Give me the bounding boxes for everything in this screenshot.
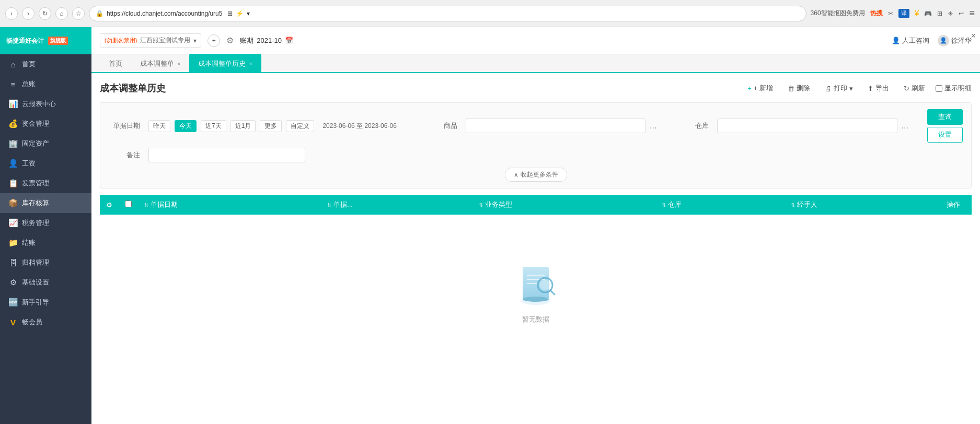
sidebar: 畅捷通好会计 旗舰版 ⌂ 首页 ≡ 总账 📊 云报表中心 💰 资金管理 🏢 固定… [0,27,91,424]
translate-icon[interactable]: 译 [898,9,909,18]
logo-text: 畅捷通好会计 [6,37,44,45]
tab-cost-adjust-history-close[interactable]: × [249,61,252,67]
th-ops: 操作 [940,195,972,215]
collapse-arrow-icon: ∧ [514,171,518,179]
archive-icon: 🗄 [8,258,18,267]
sidebar-item-tax[interactable]: 📈 税务管理 [0,213,91,233]
browser-chrome: ‹ › ↻ ⌂ ☆ 🔒 https://cloud.chanjet.com/ac… [0,0,980,27]
menu-icon[interactable]: ≡ [969,8,975,19]
export-button[interactable]: ⬆ 导出 [863,81,893,95]
add-tab-button[interactable]: + [207,34,220,47]
remark-input[interactable] [148,148,305,162]
th-gear[interactable]: ⚙ [100,195,119,215]
sidebar-item-settings[interactable]: ⚙ 基础设置 [0,273,91,292]
company-selector[interactable]: (勿删勿禁用) 江西服宝测试专用 ▾ [100,33,201,48]
tab-cost-adjust-history-label: 成本调整单历史 [198,59,246,68]
goods-input-group: ... [466,119,659,133]
tab-home[interactable]: 首页 [100,54,131,73]
sidebar-item-archive[interactable]: 🗄 归档管理 [0,253,91,273]
refresh-button[interactable]: ↻ 刷新 [900,81,929,95]
query-button[interactable]: 查询 [927,109,963,125]
sort-icon-number: ⇅ [327,202,331,208]
coin-icon[interactable]: ¥ [915,9,919,18]
sidebar-item-inventory[interactable]: 📦 库存核算 [0,193,91,213]
date-btn-more[interactable]: 更多 [260,120,282,132]
tab-cost-adjust-close[interactable]: × [177,61,180,67]
settings-button[interactable]: 设置 [927,127,963,143]
sidebar-label-closing: 结账 [22,238,36,248]
sidebar-item-reports[interactable]: 📊 云报表中心 [0,94,91,114]
delete-label: 删除 [797,84,810,93]
goods-input[interactable] [466,119,645,133]
home-icon: ⌂ [8,60,18,69]
new-button[interactable]: + + 新增 [743,81,777,95]
th-date-label: 单据日期 [151,200,178,209]
company-warning: (勿删勿禁用) [105,37,137,44]
date-btn-1month[interactable]: 近1月 [230,120,256,132]
sidebar-item-guide[interactable]: 🆕 新手引导 [0,292,91,312]
home-button[interactable]: ⌂ [55,7,68,20]
sidebar-item-ledger[interactable]: ≡ 总账 [0,74,91,94]
print-label: 打印 [834,84,847,93]
chevron-down-icon[interactable]: ▾ [247,10,250,17]
calendar-icon[interactable]: 📅 [285,37,293,44]
vip-icon: V [8,318,18,327]
empty-text: 暂无数据 [522,315,549,324]
consult-btn[interactable]: 👤 人工咨询 [892,36,929,45]
goods-more-icon[interactable]: ... [648,121,659,131]
date-btn-today[interactable]: 今天 [175,120,197,132]
hot-label: 热搜 [870,9,883,18]
sidebar-item-finance[interactable]: 💰 资金管理 [0,114,91,134]
tab-cost-adjust[interactable]: 成本调整单 × [131,54,189,73]
collapse-button[interactable]: ∧ 收起更多条件 [505,168,567,182]
sidebar-item-payroll[interactable]: 👤 工资 [0,154,91,173]
game-icon[interactable]: 🎮 [924,10,932,17]
sidebar-item-vip[interactable]: V 畅会员 [0,312,91,332]
tab-cost-adjust-history[interactable]: 成本调整单历史 × [189,54,261,73]
svg-point-8 [540,280,550,290]
delete-button[interactable]: 🗑 删除 [783,81,814,95]
close-right-button[interactable]: × [967,27,980,45]
th-operator-label: 经手人 [797,200,817,209]
print-button[interactable]: 🖨 打印 ▾ [821,81,857,95]
gear-icon-topbar[interactable]: ⚙ [226,36,234,45]
forward-button[interactable]: › [22,7,34,20]
select-all-checkbox[interactable] [125,201,132,207]
search-label[interactable]: 360智能抠图免费用 [811,9,865,18]
lock-icon: 🔒 [96,10,103,17]
date-btn-7days[interactable]: 近7天 [201,120,226,132]
sidebar-label-assets: 固定资产 [22,139,49,148]
sidebar-item-invoice[interactable]: 📋 发票管理 [0,173,91,193]
th-number: ⇅ 单据... [321,195,472,215]
date-btn-yesterday[interactable]: 昨天 [148,120,170,132]
scissors-icon[interactable]: ✂ [888,10,893,17]
warehouse-more-icon[interactable]: ... [900,121,910,131]
sun-icon[interactable]: ☀ [948,10,953,17]
empty-state-row: 暂无数据 [100,215,972,366]
grid-icon[interactable]: ⊞ [937,10,942,17]
top-bar: (勿删勿禁用) 江西服宝测试专用 ▾ + ⚙ 账期 2021-10 📅 👤 人工… [91,27,980,54]
filter-row-1: 单据日期 昨天 今天 近7天 近1月 更多 自定义 2023-06-06 至 2… [109,109,963,143]
delete-icon: 🗑 [788,85,794,92]
sidebar-item-closing[interactable]: 📁 结账 [0,233,91,253]
warehouse-input-group: ... [717,119,910,133]
show-cols-toggle[interactable]: 显示明细 [936,84,972,93]
undo-icon[interactable]: ↩ [959,10,964,17]
reload-button[interactable]: ↻ [39,7,51,20]
gear-icon-table[interactable]: ⚙ [106,201,112,209]
url-text: https://cloud.chanjet.com/accounting/uru… [107,10,222,17]
main-area: (勿删勿禁用) 江西服宝测试专用 ▾ + ⚙ 账期 2021-10 📅 👤 人工… [91,27,980,424]
sort-icon-date: ⇅ [144,202,148,208]
empty-state: 暂无数据 [100,215,972,366]
th-checkbox[interactable] [119,195,138,215]
date-btn-custom[interactable]: 自定义 [286,120,314,132]
bookmark-button[interactable]: ☆ [72,7,85,20]
sort-icon-warehouse: ⇅ [662,202,666,208]
sidebar-item-home[interactable]: ⌂ 首页 [0,54,91,74]
url-bar[interactable]: 🔒 https://cloud.chanjet.com/accounting/u… [89,6,806,21]
warehouse-input[interactable] [717,119,897,133]
back-button[interactable]: ‹ [5,7,18,20]
sidebar-item-assets[interactable]: 🏢 固定资产 [0,134,91,154]
show-cols-checkbox[interactable] [936,85,942,92]
inventory-icon: 📦 [8,198,18,208]
